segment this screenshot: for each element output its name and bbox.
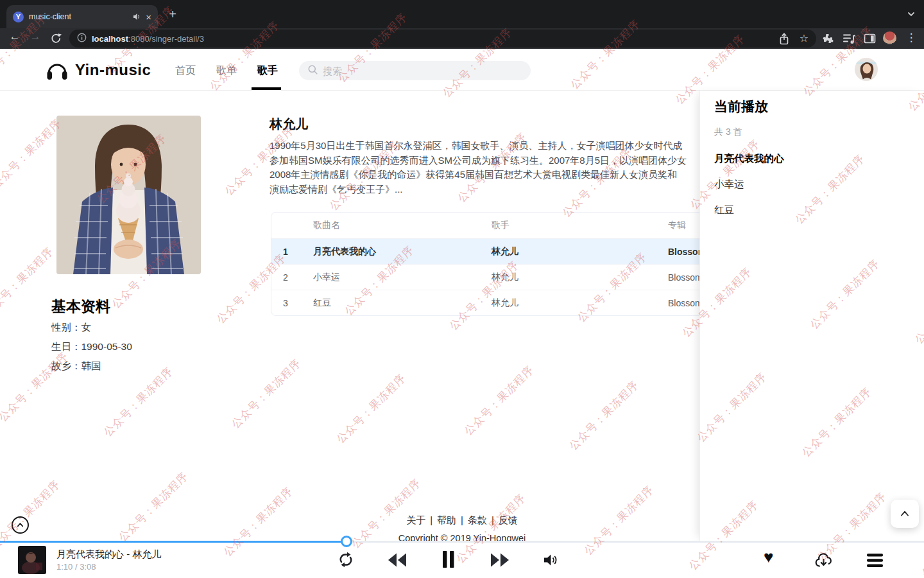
playlist-item[interactable]: 小幸运 (714, 171, 924, 197)
col-header-artist: 歌手 (485, 220, 662, 231)
back-to-top-button[interactable] (891, 500, 919, 528)
playlist-item[interactable]: 红豆 (714, 197, 924, 223)
tab-close-icon[interactable]: × (146, 12, 151, 22)
footer-link-feedback[interactable]: 反馈 (499, 514, 518, 525)
player-song-title: 月亮代表我的心 - 林允儿 (56, 548, 161, 561)
search-box[interactable] (299, 61, 531, 80)
site-header: Yin-music 首页 歌单 歌手 (0, 49, 924, 91)
new-tab-button[interactable]: + (166, 7, 180, 21)
profile-gender: 性别：女 (51, 321, 91, 335)
media-controls-icon[interactable] (843, 33, 855, 44)
url-host: localhost (92, 34, 128, 44)
reload-icon[interactable] (51, 33, 62, 46)
user-avatar[interactable] (855, 58, 878, 81)
profile-birthday: 生日：1990-05-30 (51, 340, 132, 354)
browser-toolbar: ← → localhost:8080/singer-detail/3 ☆ ⋮ (0, 28, 924, 49)
search-icon (308, 65, 318, 77)
previous-track-icon[interactable] (387, 552, 407, 568)
url-text: localhost:8080/singer-detail/3 (92, 34, 769, 44)
headphones-logo-icon (45, 58, 69, 84)
profile-hometown: 故乡：韩国 (51, 360, 101, 373)
now-playing-panel: 当前播放 共 3 首 月亮代表我的心 小幸运 红豆 (699, 91, 924, 541)
nav-item-playlists[interactable]: 歌单 (216, 64, 237, 78)
bookmark-star-icon[interactable]: ☆ (800, 33, 809, 44)
table-row[interactable]: 3 红豆 林允儿 Blossom (271, 290, 751, 315)
search-input[interactable] (323, 66, 502, 76)
share-icon[interactable] (779, 33, 789, 45)
now-playing-count: 共 3 首 (714, 127, 924, 138)
song-table-header: 歌曲名 歌手 专辑 (271, 213, 751, 238)
bio-line: 1990年5月30日出生于韩国首尔永登浦区，韩国女歌手、演员、主持人，女子演唱团… (270, 139, 701, 153)
progress-track[interactable] (0, 541, 924, 543)
profile-title: 基本资料 (51, 297, 110, 317)
page-content: Yin-music 首页 歌单 歌手 (0, 49, 924, 578)
tab-audio-icon[interactable] (133, 13, 141, 21)
nav-item-home[interactable]: 首页 (175, 64, 196, 78)
brand-title[interactable]: Yin-music (75, 61, 151, 79)
footer-link-about[interactable]: 关于 (406, 514, 425, 525)
playlist-menu-icon[interactable] (867, 553, 883, 568)
browser-profile-avatar[interactable] (883, 31, 896, 45)
address-bar[interactable]: localhost:8080/singer-detail/3 ☆ (69, 30, 816, 48)
browser-window: Y music-client × + ← → localhost:8080/si… (0, 0, 924, 578)
now-playing-list: 月亮代表我的心 小幸运 红豆 (714, 146, 924, 223)
next-track-icon[interactable] (490, 552, 510, 568)
tab-title: music-client (29, 12, 133, 21)
progress-handle[interactable] (341, 536, 352, 547)
download-cloud-icon[interactable] (814, 552, 833, 568)
progress-fill (0, 541, 346, 543)
bio-line: 参加韩国SM娱乐有限公司的选秀而进入SM公司成为旗下练习生。2007年8月5日，… (270, 153, 701, 168)
col-header-song: 歌曲名 (300, 220, 485, 231)
singer-photo (56, 116, 201, 274)
info-icon[interactable] (77, 33, 87, 45)
playlist-item[interactable]: 月亮代表我的心 (714, 146, 924, 171)
loop-mode-icon[interactable] (338, 551, 354, 568)
singer-bio: 1990年5月30日出生于韩国首尔永登浦区，韩国女歌手、演员、主持人，女子演唱团… (270, 139, 701, 197)
table-row[interactable]: 1 月亮代表我的心 林允儿 Blossom (271, 238, 751, 264)
chevron-down-icon[interactable] (906, 9, 916, 22)
tab-strip: Y music-client × + (0, 0, 924, 28)
back-button[interactable]: ← (6, 30, 23, 43)
extensions-puzzle-icon[interactable] (822, 33, 834, 44)
browser-tab[interactable]: Y music-client × (6, 5, 158, 28)
favorite-heart-icon[interactable]: ♥ (764, 547, 773, 567)
side-panel-icon[interactable] (864, 33, 876, 44)
nav-item-singers[interactable]: 歌手 (257, 64, 278, 78)
table-row[interactable]: 2 小幸运 林允儿 Blossom (271, 264, 751, 290)
singer-name: 林允儿 (270, 116, 308, 133)
forward-button[interactable]: → (27, 30, 44, 43)
active-nav-underline (252, 87, 281, 90)
player-collapse-button[interactable] (12, 516, 29, 534)
footer-link-help[interactable]: 帮助 (437, 514, 456, 525)
pause-button[interactable] (441, 550, 455, 568)
player-bar: 月亮代表我的心 - 林允儿 1:10 / 3:08 ♥ (0, 541, 924, 578)
player-album-art[interactable] (18, 546, 46, 574)
song-table: 歌曲名 歌手 专辑 1 月亮代表我的心 林允儿 Blossom 2 小幸运 林允… (271, 212, 752, 316)
tab-favicon: Y (13, 12, 24, 22)
volume-icon[interactable] (543, 554, 558, 566)
bio-line: 2008年主演情感剧《你是我的命运》获得第45届韩国百想艺术大赏电视剧类最佳新人… (270, 168, 701, 182)
now-playing-title: 当前播放 (714, 98, 924, 116)
browser-menu-icon[interactable]: ⋮ (905, 31, 918, 44)
footer-link-terms[interactable]: 条款 (468, 514, 487, 525)
player-time: 1:10 / 3:08 (56, 562, 96, 572)
bio-line: 演励志爱情剧《乞丐变王子》... (270, 182, 701, 197)
url-path: :8080/singer-detail/3 (128, 34, 204, 44)
